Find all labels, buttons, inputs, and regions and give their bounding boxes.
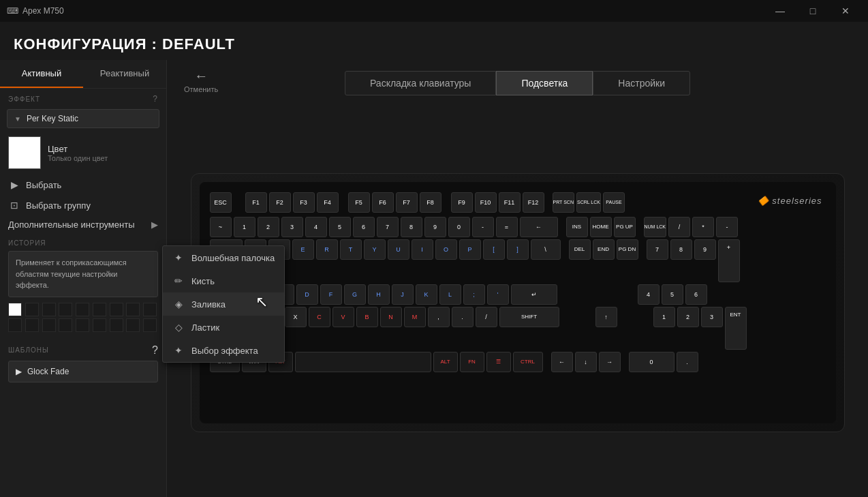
tool-select[interactable]: ▶ Выбрать (0, 175, 166, 195)
key-fn[interactable]: FN (460, 352, 484, 372)
key-f3[interactable]: F3 (293, 192, 315, 213)
key-num5[interactable]: 5 (662, 284, 683, 305)
key-period[interactable]: . (452, 307, 474, 327)
key-equals[interactable]: = (496, 217, 518, 237)
tool-fill[interactable]: ◈ Заливка (163, 292, 284, 316)
key-esc[interactable]: ESC (210, 192, 232, 213)
key-r[interactable]: R (316, 239, 338, 260)
tab-settings[interactable]: Настройки (593, 71, 690, 95)
key-0[interactable]: 0 (448, 217, 470, 237)
key-f8[interactable]: F8 (420, 192, 441, 213)
color-history-item[interactable] (76, 318, 89, 332)
key-y[interactable]: Y (364, 239, 386, 260)
additional-tools-row[interactable]: Дополнительные инструменты ▶ (0, 215, 166, 234)
key-v[interactable]: V (332, 307, 354, 327)
color-history-item[interactable] (143, 303, 157, 316)
key-7[interactable]: 7 (377, 217, 399, 237)
key-f12[interactable]: F12 (523, 192, 544, 213)
key-p[interactable]: P (459, 239, 481, 260)
key-u[interactable]: U (388, 239, 409, 260)
key-num-plus[interactable]: + (718, 239, 740, 282)
color-history-item[interactable] (25, 318, 39, 332)
key-f6[interactable]: F6 (372, 192, 394, 213)
color-history-item[interactable] (143, 318, 157, 332)
templates-help[interactable]: ? (152, 344, 158, 357)
key-num3[interactable]: 3 (701, 307, 723, 327)
color-history-item[interactable] (93, 303, 106, 316)
color-history-item[interactable] (59, 303, 72, 316)
key-f7[interactable]: F7 (396, 192, 418, 213)
key-slash[interactable]: / (476, 307, 497, 327)
key-2[interactable]: 2 (258, 217, 279, 237)
key-8[interactable]: 8 (401, 217, 422, 237)
key-home[interactable]: HOME (590, 217, 612, 237)
key-1[interactable]: 1 (234, 217, 255, 237)
key-scrlk[interactable]: SCRL LCK (576, 192, 601, 213)
key-pgup[interactable]: PG UP (614, 217, 636, 237)
key-4[interactable]: 4 (305, 217, 327, 237)
key-num0[interactable]: 0 (629, 352, 675, 372)
color-history-item[interactable] (76, 303, 89, 316)
key-k[interactable]: K (416, 284, 437, 305)
color-swatch[interactable] (8, 136, 41, 169)
key-i[interactable]: I (412, 239, 433, 260)
effect-help[interactable]: ? (153, 94, 158, 104)
key-f11[interactable]: F11 (499, 192, 521, 213)
key-backslash[interactable]: \ (531, 239, 561, 260)
tool-eraser[interactable]: ◇ Ластик (163, 316, 284, 339)
key-f2[interactable]: F2 (269, 192, 291, 213)
key-num-star[interactable]: * (692, 217, 714, 237)
key-backtick[interactable]: ~ (210, 217, 232, 237)
key-bracket-open[interactable]: [ (483, 239, 505, 260)
key-comma[interactable]: , (428, 307, 450, 327)
key-b[interactable]: B (356, 307, 378, 327)
color-history-item[interactable] (8, 318, 22, 332)
tab-lighting[interactable]: Подсветка (496, 71, 593, 95)
back-button[interactable]: ← Отменить (184, 68, 218, 93)
template-item[interactable]: ▶ Glock Fade (8, 361, 158, 382)
key-5[interactable]: 5 (329, 217, 351, 237)
tab-reactive[interactable]: Реактивный (83, 60, 166, 88)
color-history-item[interactable] (42, 303, 56, 316)
key-num-slash[interactable]: / (668, 217, 690, 237)
key-down[interactable]: ↓ (575, 352, 597, 372)
key-f4[interactable]: F4 (317, 192, 339, 213)
color-history-item[interactable] (110, 303, 123, 316)
key-num-minus[interactable]: - (716, 217, 738, 237)
maximize-button[interactable]: □ (797, 0, 828, 22)
key-left[interactable]: ← (551, 352, 573, 372)
color-history-item[interactable] (8, 303, 22, 316)
key-numenter[interactable]: ENT (725, 307, 747, 350)
key-f1[interactable]: F1 (245, 192, 267, 213)
tool-wand[interactable]: ✦ Волшебная палочка (163, 246, 284, 269)
key-quote[interactable]: ' (487, 284, 509, 305)
key-num1[interactable]: 1 (653, 307, 675, 327)
key-num6[interactable]: 6 (685, 284, 707, 305)
key-rctrl[interactable]: CTRL (513, 352, 543, 372)
minimize-button[interactable]: — (764, 0, 796, 22)
tab-active[interactable]: Активный (0, 60, 83, 88)
color-history-item[interactable] (110, 318, 123, 332)
effect-dropdown[interactable]: ▼ Per Key Static (7, 109, 159, 128)
color-history-item[interactable] (59, 318, 72, 332)
color-history-item[interactable] (126, 318, 140, 332)
key-up[interactable]: ↑ (595, 307, 617, 327)
key-h[interactable]: H (368, 284, 390, 305)
key-9[interactable]: 9 (424, 217, 446, 237)
key-f[interactable]: F (320, 284, 342, 305)
key-m[interactable]: M (404, 307, 426, 327)
tool-select-group[interactable]: ⊡ Выбрать группу (0, 195, 166, 215)
key-num2[interactable]: 2 (677, 307, 699, 327)
key-bracket-close[interactable]: ] (507, 239, 529, 260)
key-pause[interactable]: PAUSE (603, 192, 625, 213)
key-c[interactable]: C (309, 307, 330, 327)
key-3[interactable]: 3 (281, 217, 303, 237)
key-numdot[interactable]: . (677, 352, 698, 372)
key-6[interactable]: 6 (353, 217, 375, 237)
tool-effect-select[interactable]: ✦ Выбор эффекта (163, 339, 284, 362)
key-o[interactable]: O (435, 239, 457, 260)
color-history-item[interactable] (42, 318, 56, 332)
key-num9[interactable]: 9 (694, 239, 716, 260)
close-button[interactable]: ✕ (830, 0, 861, 22)
key-numlock[interactable]: NUM LCK (644, 217, 667, 237)
